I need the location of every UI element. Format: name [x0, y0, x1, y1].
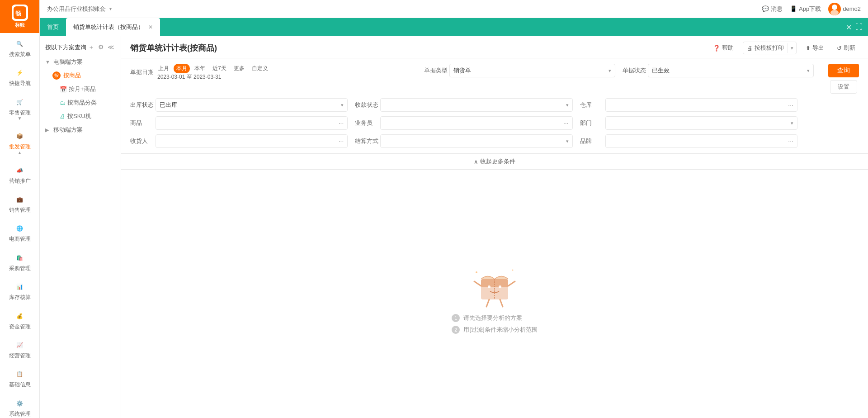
payment-status-filter: 收款状态 ▾: [355, 98, 572, 112]
brand-dots-icon[interactable]: ···: [788, 138, 793, 145]
export-icon: ⬆: [806, 45, 811, 52]
settings-scheme-icon[interactable]: ⚙: [97, 43, 105, 52]
tab-close-icon[interactable]: ✕: [148, 24, 153, 30]
settlement-arrow-icon: ▾: [566, 138, 569, 144]
product-control[interactable]: ···: [156, 116, 348, 130]
sales-icon: 💼: [14, 193, 26, 206]
sidebar-item-search[interactable]: 🔍 搜索菜单: [0, 33, 39, 62]
tab-close-all-icon[interactable]: ✕: [846, 23, 852, 32]
page-header: 销货单统计计表(按商品) ❓ 帮助 🖨 按模板打印 ▾ ⬆: [121, 36, 868, 58]
tab-sales-stat[interactable]: 销货单统计计表（按商品） ✕: [66, 18, 160, 36]
sidebar-item-label: 快捷导航: [9, 80, 31, 86]
tree-item-by-month-product[interactable]: 📅 按月+商品: [40, 82, 121, 96]
main-area: 办公用品行业模拟账套 ▾ 💬 消息 📱 App下载 demo2 首页: [40, 0, 868, 418]
sidebar-item-label: 库存核算: [9, 294, 31, 300]
sidebar-item-inventory[interactable]: 📊 库存核算: [0, 276, 39, 305]
receiver-control[interactable]: ···: [156, 134, 348, 148]
help-button[interactable]: ❓ 帮助: [709, 42, 737, 54]
collapse-panel-icon[interactable]: ≪: [107, 43, 115, 52]
sidebar-item-label: 批发管理: [9, 143, 31, 150]
sidebar-item-ecom[interactable]: 🌐 电商管理: [0, 218, 39, 247]
doc-type-control[interactable]: 销货单 ▾: [449, 64, 615, 77]
app-download-button[interactable]: 📱 App下载: [790, 5, 821, 13]
sidebar-item-finance[interactable]: 💰 资金管理: [0, 305, 39, 334]
date-this-year-btn[interactable]: 本年: [192, 64, 208, 73]
collapse-row[interactable]: ∧ 收起更多条件: [121, 154, 868, 170]
date-more-btn[interactable]: 更多: [231, 64, 247, 73]
svg-point-2: [832, 5, 837, 10]
sidebar-item-marketing[interactable]: 📣 营销推广: [0, 160, 39, 189]
salesperson-label: 业务员: [355, 119, 380, 127]
refresh-icon: ↺: [837, 45, 842, 52]
salesperson-dots-icon[interactable]: ···: [563, 119, 569, 127]
sidebar-item-operation[interactable]: 📈 经营管理: [0, 334, 39, 363]
tab-home[interactable]: 首页: [40, 18, 66, 36]
add-scheme-icon[interactable]: ＋: [87, 43, 95, 52]
empty-illustration: [467, 254, 522, 309]
sidebar-item-sales[interactable]: 💼 销售管理: [0, 189, 39, 218]
query-button[interactable]: 查询: [828, 64, 859, 77]
date-buttons: 上月 本月 本年 近7天 更多 自定义: [156, 64, 417, 73]
date-last-month-btn[interactable]: 上月: [156, 64, 172, 73]
print-button[interactable]: 🖨 按模板打印: [743, 42, 788, 54]
receiver-filter: 收货人 ···: [130, 134, 348, 148]
svg-text:畅: 畅: [15, 10, 21, 17]
receiver-dots-icon[interactable]: ···: [339, 138, 344, 145]
date-7days-btn[interactable]: 近7天: [210, 64, 229, 73]
content-area: 按以下方案查询 ＋ ⚙ ≪ ▼ 电脑端方案 按 按商品 📅 按月+商品: [40, 36, 868, 418]
date-this-month-btn[interactable]: 本月: [174, 64, 190, 73]
settlement-control[interactable]: ▾: [380, 134, 572, 148]
doc-status-control[interactable]: 已生效 ▾: [648, 64, 814, 77]
doc-type-value: 销货单: [453, 66, 607, 75]
tree-item-desktop[interactable]: ▼ 电脑端方案: [40, 55, 121, 69]
tree-item-mobile[interactable]: ▶ 移动端方案: [40, 123, 121, 137]
empty-text-list: 1 请先选择要分析的方案 2 用[过滤]条件来缩小分析范围: [452, 314, 537, 334]
sidebar-item-wholesale[interactable]: 📦 批发管理 ▲: [0, 125, 39, 159]
warehouse-control[interactable]: ···: [605, 98, 797, 112]
message-label: 消息: [771, 5, 783, 13]
sidebar-item-quick-nav[interactable]: ⚡ 快捷导航: [0, 62, 39, 91]
logo-area: 畅 标账: [0, 0, 39, 33]
purchase-icon: 🛍️: [14, 252, 26, 264]
sidebar-item-label: 采购管理: [9, 265, 31, 271]
calendar-icon: 📅: [60, 86, 67, 93]
inventory-icon: 📊: [14, 280, 26, 293]
date-custom-btn[interactable]: 自定义: [249, 64, 271, 73]
settings-button[interactable]: 设置: [830, 80, 857, 94]
message-icon: 💬: [762, 5, 769, 12]
sidebar-item-purchase[interactable]: 🛍️ 采购管理: [0, 247, 39, 276]
sidebar-item-basic[interactable]: 📋 基础信息: [0, 363, 39, 392]
page-title: 销货单统计计表(按商品): [130, 43, 217, 53]
dept-control[interactable]: ▾: [605, 116, 797, 130]
industry-dropdown-icon[interactable]: ▾: [109, 6, 112, 11]
product-dots-icon[interactable]: ···: [339, 119, 344, 127]
salesperson-control[interactable]: ···: [380, 116, 572, 130]
brand-control[interactable]: ···: [605, 134, 797, 148]
sidebar-item-label: 电商管理: [9, 236, 31, 242]
warehouse-status-control[interactable]: 已出库 ▾: [156, 98, 348, 112]
tree-item-by-product[interactable]: 按 按商品: [40, 69, 121, 82]
print-dropdown-arrow[interactable]: ▾: [788, 43, 796, 53]
sidebar-item-retail[interactable]: 🛒 零售管理 ▼: [0, 91, 39, 125]
refresh-button[interactable]: ↺ 刷新: [833, 42, 859, 54]
tab-expand-icon[interactable]: ⛶: [855, 23, 863, 31]
tree-item-by-product-category[interactable]: 🗂 按商品分类: [40, 96, 121, 109]
svg-line-9: [474, 281, 481, 286]
user-menu[interactable]: demo2: [828, 3, 861, 15]
sidebar-item-label: 经营管理: [9, 352, 31, 359]
warehouse-filter: 仓库 ···: [580, 98, 797, 112]
sidebar-item-label: 基础信息: [9, 381, 31, 388]
sales-stat-tab-label: 销货单统计计表（按商品）: [73, 23, 144, 31]
wholesale-icon: 📦: [14, 130, 26, 142]
export-button[interactable]: ⬆ 导出: [802, 42, 828, 54]
tree-item-label: 按商品分类: [67, 99, 97, 107]
warehouse-dots-icon[interactable]: ···: [788, 101, 793, 109]
query-btn-group: 查询 设置: [821, 64, 859, 94]
payment-status-control[interactable]: ▾: [380, 98, 572, 112]
tree-item-label: 按商品: [63, 71, 81, 80]
tree-item-by-sku[interactable]: 🖨 按SKU机: [40, 109, 121, 123]
svg-point-7: [488, 285, 491, 288]
sidebar-item-system[interactable]: ⚙️ 系统管理: [0, 393, 39, 418]
message-button[interactable]: 💬 消息: [762, 5, 783, 13]
date-range-display: 2023-03-01 至 2023-03-31: [157, 73, 417, 81]
